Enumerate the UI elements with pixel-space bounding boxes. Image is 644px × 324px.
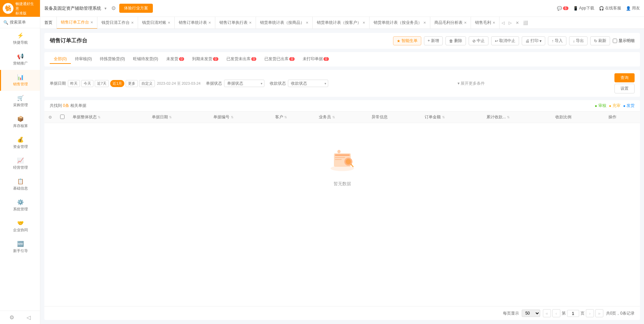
subtab-all[interactable]: 全部(0) [50, 55, 71, 64]
audit-action-btn[interactable]: ● 审核 [595, 103, 606, 109]
query-btn[interactable]: 查询 [614, 73, 635, 82]
page-prev-btn[interactable]: ‹ [552, 309, 560, 317]
sort-staff-icon[interactable]: ⇅ [332, 115, 335, 119]
message-btn[interactable]: 💬 6 [557, 6, 568, 11]
status-select[interactable]: 单据状态 [224, 80, 264, 87]
tab-close-sales-stats[interactable]: ✕ [208, 21, 211, 25]
tab-close-sales-workbench[interactable]: ✕ [90, 21, 93, 24]
sidebar-item-basic-info[interactable]: 📋 基础信息 [0, 174, 40, 195]
print-dropdown-icon[interactable]: ▾ [540, 39, 542, 43]
tab-sales-summary-product[interactable]: 销货单统计表（按商品） ✕ [256, 17, 313, 29]
sort-status-icon[interactable]: ⇅ [98, 115, 100, 119]
subtab-expired-not-shipped[interactable]: 到期未发货0 [188, 55, 222, 64]
date-btn-custom[interactable]: 自定义 [139, 80, 155, 87]
sidebar-item-enterprise[interactable]: 🤝 企业协同 [0, 216, 40, 237]
show-detail-label[interactable]: 显示明细 [613, 38, 635, 44]
topbar-settings-icon[interactable]: ⚙ [111, 5, 116, 11]
experience-btn[interactable]: 体验行业方案 [119, 4, 153, 13]
col-collected: 累计收款... ⇅ [482, 112, 551, 123]
cancel-stop-btn[interactable]: ↩ 取消中止 [491, 36, 519, 45]
expand-conditions-btn[interactable]: ▾ 展开更多条件 [458, 81, 485, 86]
tab-nav-prev[interactable]: ◁ [500, 21, 507, 25]
tab-sales-exec[interactable]: 销售订单执行表 ✕ [215, 17, 256, 29]
sidebar-item-purchase[interactable]: 🛒 采购管理 [0, 91, 40, 112]
delete-btn[interactable]: 🗑 删除 [445, 36, 466, 45]
sidebar-item-quick-nav[interactable]: ⚡ 快捷导航 [0, 28, 40, 49]
sidebar-item-system[interactable]: ⚙️ 系统管理 [0, 195, 40, 216]
col-settings[interactable]: ⚙ [44, 112, 56, 123]
tab-close-sales-exec[interactable]: ✕ [249, 21, 252, 25]
tab-close-sales-summary-staff[interactable]: ✕ [423, 21, 426, 25]
select-all-checkbox[interactable] [60, 115, 65, 119]
subtab-pending-review[interactable]: 待审核(0) [71, 55, 96, 64]
app-download-btn[interactable]: 📱 App下载 [573, 5, 594, 11]
sidebar-item-marketing[interactable]: 📢 营销推广 [0, 49, 40, 70]
tab-sales-profit[interactable]: 销售毛利 ✕ [471, 17, 500, 29]
ship-action-btn[interactable]: ● 发货 [623, 103, 635, 109]
tab-close-sales-profit[interactable]: ✕ [492, 21, 495, 25]
subtab-wangpu-pending[interactable]: 旺铺待发货(0) [129, 55, 162, 64]
user-btn[interactable]: 👤 用友 [626, 5, 640, 11]
sort-number-icon[interactable]: ⇅ [231, 115, 233, 119]
date-filter: 单据日期 昨天 今天 近7天 近1月 更多 自定义 2023-02-24 至 2… [50, 80, 201, 87]
page-size-select[interactable]: 50 10 20 100 [522, 310, 540, 317]
tab-sales-stats[interactable]: 销售订单统计表 ✕ [175, 17, 215, 29]
tab-close-sales-summary-customer[interactable]: ✕ [362, 21, 365, 25]
payment-select[interactable]: 收款状态 [288, 80, 328, 87]
add-btn[interactable]: + 新增 [424, 36, 443, 45]
subtab-not-shipped[interactable]: 未发货0 [162, 55, 188, 64]
page-next-btn[interactable]: › [586, 309, 594, 317]
sort-date-icon[interactable]: ⇅ [169, 115, 172, 119]
tab-cash-daily[interactable]: 钱货日清工作台 ✕ [97, 17, 138, 29]
refresh-btn[interactable]: ↻ 刷新 [590, 36, 610, 45]
print-btn[interactable]: 🖨 打印 ▾ [522, 36, 545, 45]
sidebar-collapse-btn[interactable]: ◁ [27, 314, 31, 321]
page-last-btn[interactable]: » [595, 309, 603, 317]
sort-collected-icon[interactable]: ⇅ [507, 115, 510, 119]
tab-close-cash-daily[interactable]: ✕ [131, 21, 134, 25]
sort-customer-icon[interactable]: ⇅ [284, 115, 287, 119]
online-service-btn[interactable]: 🎧 在线客服 [599, 5, 621, 11]
tab-sales-summary-customer[interactable]: 销货单统计表（按客户） ✕ [313, 17, 370, 29]
tab-sales-summary-staff[interactable]: 销货单统计表（按业务员） ✕ [370, 17, 430, 29]
subtab-shipped-not-stored[interactable]: 已发货未出库0 [222, 55, 261, 64]
tab-cash-reconcile[interactable]: 钱货日清对账 ✕ [138, 17, 175, 29]
sidebar-item-finance[interactable]: 💰 资金管理 [0, 132, 40, 153]
page-number-input[interactable] [567, 310, 579, 317]
filter-settings-btn[interactable]: 设置 [614, 84, 635, 93]
revoke-action-btn[interactable]: ● 充审 [609, 103, 620, 109]
sidebar-item-guide[interactable]: 🆕 新手引导 [0, 237, 40, 257]
date-btn-yesterday[interactable]: 昨天 [68, 80, 80, 87]
tab-gross-profit[interactable]: 商品毛利分析表 ✕ [430, 17, 471, 29]
show-detail-checkbox[interactable] [613, 39, 617, 43]
page-first-btn[interactable]: « [543, 309, 551, 317]
import-btn[interactable]: ↑ 导入 [548, 36, 566, 45]
date-btn-1month[interactable]: 近1月 [110, 80, 124, 87]
date-btn-today[interactable]: 今天 [81, 80, 93, 87]
tab-nav-next[interactable]: ▷ [507, 21, 514, 25]
date-btn-7days[interactable]: 近7天 [95, 80, 109, 87]
subtab-shipped-stored[interactable]: 已发货已出库0 [260, 55, 299, 64]
tab-home[interactable]: 首页 [40, 17, 57, 29]
topbar-dropdown-icon[interactable]: ▾ [104, 6, 106, 11]
sidebar-item-business[interactable]: 📈 经营管理 [0, 153, 40, 174]
tab-close-all[interactable]: ✕ [514, 21, 521, 25]
smart-gen-btn[interactable]: ★ 智能生单 [393, 36, 421, 45]
tab-close-cash-reconcile[interactable]: ✕ [168, 21, 170, 25]
stop-btn[interactable]: ⊘ 中止 [469, 36, 488, 45]
tab-sales-workbench[interactable]: 销售订单工作台 ✕ [57, 17, 97, 29]
sidebar-item-sales[interactable]: 📊 销售管理 [0, 70, 40, 91]
sidebar-search[interactable]: 🔍 搜索菜单 [0, 17, 40, 28]
tab-close-gross-profit[interactable]: ✕ [464, 21, 467, 25]
subtab-pending-inspect[interactable]: 待拣货验货(0) [96, 55, 129, 64]
tab-close-sales-summary-product[interactable]: ✕ [306, 21, 308, 25]
sidebar-item-inventory[interactable]: 📦 库存核算 [0, 112, 40, 132]
sort-amount-icon[interactable]: ⇅ [442, 115, 445, 119]
subtab-not-printed[interactable]: 未打印单据0 [299, 55, 333, 64]
col-checkbox[interactable] [56, 112, 69, 123]
table-actions: ● 审核 ● 充审 ● 发货 [595, 103, 635, 109]
sidebar-settings-btn[interactable]: ⚙ [9, 314, 14, 321]
date-btn-more[interactable]: 更多 [126, 80, 138, 87]
export-btn[interactable]: ↓ 导出 [569, 36, 588, 45]
tab-fullscreen[interactable]: ⬜ [521, 21, 530, 25]
